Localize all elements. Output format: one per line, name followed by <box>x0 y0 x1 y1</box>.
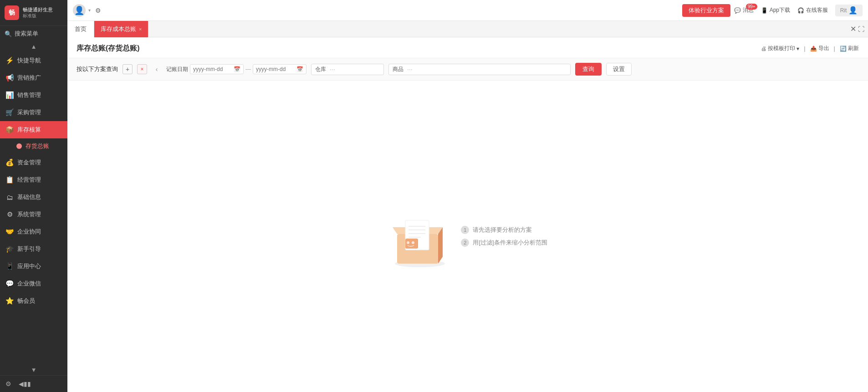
sidebar-item-label: 新手引导 <box>17 245 41 253</box>
product-label: 商品 <box>393 66 403 73</box>
product-more-icon[interactable]: ··· <box>407 66 413 73</box>
tab-close-icon[interactable]: × <box>139 26 142 32</box>
export-button[interactable]: 📤 导出 <box>810 45 829 52</box>
query-button[interactable]: 查询 <box>575 63 602 76</box>
filter-collapse-button[interactable]: × <box>137 64 147 74</box>
sidebar-scroll-up[interactable]: ▲ <box>31 42 36 51</box>
empty-tips: 1 请先选择要分析的方案 2 用[过滤]条件来缩小分析范围 <box>461 226 547 247</box>
filter-bar: 按以下方案查询 + × ‹ 记账日期 📅 — 📅 <box>67 58 868 81</box>
sidebar-item-label: 营销推广 <box>17 74 41 82</box>
sidebar-item-app-center[interactable]: 📱 应用中心 <box>0 258 67 275</box>
settings-button[interactable]: 设置 <box>606 63 632 76</box>
tabbar-expand-button[interactable]: ⛶ <box>858 25 864 33</box>
sidebar-item-cooperation[interactable]: 🤝 企业协同 <box>0 223 67 240</box>
tip-text-1: 请先选择要分析的方案 <box>473 226 532 234</box>
online-service-label: 在线客服 <box>806 6 828 14</box>
sidebar-item-purchase[interactable]: 🛒 采购管理 <box>0 104 67 121</box>
membership-icon: ⭐ <box>5 297 14 305</box>
sidebar-item-label: 销售管理 <box>17 91 41 99</box>
topbar-user-area: 👤 ▾ ⚙ <box>73 4 679 17</box>
purchase-icon: 🛒 <box>5 108 14 117</box>
warehouse-selector[interactable]: 仓库 ··· <box>311 64 384 75</box>
app-download-label: App下载 <box>770 6 790 14</box>
export-icon: 📤 <box>810 46 817 52</box>
sidebar-search[interactable]: 🔍 搜索菜单 <box>0 26 67 41</box>
sidebar-scroll-down[interactable]: ▼ <box>31 366 36 374</box>
warehouse-more-icon[interactable]: ··· <box>330 66 335 73</box>
sidebar-search-label: 搜索菜单 <box>15 30 38 38</box>
marketing-icon: 📢 <box>5 74 14 82</box>
sub-item-dot-icon <box>16 143 22 149</box>
main-area: 👤 ▾ ⚙ 体验行业方案 💬 消息 99+ 📱 App下载 🎧 在线客服 <box>67 0 868 392</box>
sidebar-item-label: 基础信息 <box>17 193 41 201</box>
cooperation-icon: 🤝 <box>5 228 14 236</box>
date-start-input[interactable] <box>193 66 232 72</box>
print-dropdown-icon[interactable]: ▾ <box>797 46 799 52</box>
sidebar-item-sales[interactable]: 📊 销售管理 <box>0 87 67 104</box>
topbar-gear-icon[interactable]: ⚙ <box>95 7 101 14</box>
empty-svg <box>388 209 452 268</box>
sidebar-sub-item-label: 存货总账 <box>26 142 49 150</box>
tab-home[interactable]: 首页 <box>67 21 94 37</box>
tabbar-close-button[interactable]: ✕ <box>850 25 856 33</box>
topbar-right-user[interactable]: Rit 👤 <box>835 5 863 16</box>
message-icon: 💬 <box>734 7 741 14</box>
user-dropdown-chevron[interactable]: ▾ <box>88 8 91 13</box>
tabbar-right: ✕ ⛶ <box>850 25 868 33</box>
app-logo-icon: 畅 <box>5 5 19 20</box>
date-separator: — <box>245 66 251 72</box>
sidebar-sub-item-ledger[interactable]: 存货总账 <box>0 138 67 154</box>
sidebar-item-finance[interactable]: 💰 资金管理 <box>0 154 67 171</box>
page-header: 库存总账(存货总账) 🖨 按模板打印 ▾ | 📤 导出 | 🔄 刷新 <box>67 37 868 58</box>
page-header-actions: 🖨 按模板打印 ▾ | 📤 导出 | 🔄 刷新 <box>761 45 859 52</box>
sidebar-item-system[interactable]: ⚙ 系统管理 <box>0 206 67 223</box>
sidebar-item-operations[interactable]: 📋 经营管理 <box>0 171 67 188</box>
filter-arrow-button[interactable]: ‹ <box>152 64 162 74</box>
topbar: 👤 ▾ ⚙ 体验行业方案 💬 消息 99+ 📱 App下载 🎧 在线客服 <box>67 0 868 21</box>
product-selector[interactable]: 商品 ··· <box>388 64 571 75</box>
sales-icon: 📊 <box>5 91 14 99</box>
tab-active-label: 库存成本总账 <box>101 25 136 33</box>
quick-nav-icon: ⚡ <box>5 56 14 65</box>
calendar-start-icon[interactable]: 📅 <box>234 66 240 72</box>
sidebar-item-quick-nav[interactable]: ⚡ 快捷导航 <box>0 52 67 69</box>
tip-text-2: 用[过滤]条件来缩小分析范围 <box>473 239 547 247</box>
enterprise-wechat-icon: 💬 <box>5 280 14 288</box>
refresh-button[interactable]: 🔄 刷新 <box>840 45 859 52</box>
sidebar-item-label: 企业微信 <box>17 280 41 288</box>
date-end-input[interactable] <box>256 66 295 72</box>
finance-icon: 💰 <box>5 158 14 167</box>
sidebar-item-enterprise-wechat[interactable]: 💬 企业微信 <box>0 275 67 292</box>
filter-add-button[interactable]: + <box>123 64 133 74</box>
topbar-messages[interactable]: 💬 消息 99+ <box>734 6 754 14</box>
industry-solution-button[interactable]: 体验行业方案 <box>682 4 730 17</box>
sidebar-nav: ⚡ 快捷导航 📢 营销推广 📊 销售管理 🛒 采购管理 📦 库存核算 存货总账 <box>0 52 67 365</box>
sidebar-item-inventory[interactable]: 📦 库存核算 <box>0 121 67 138</box>
calendar-end-icon[interactable]: 📅 <box>296 66 303 72</box>
topbar-app-download[interactable]: 📱 App下载 <box>761 6 790 14</box>
system-icon: ⚙ <box>5 210 14 219</box>
sidebar-item-new-guide[interactable]: 🎓 新手引导 <box>0 240 67 258</box>
warehouse-label: 仓库 <box>315 66 326 73</box>
collapse-icon: × <box>140 66 143 72</box>
sidebar-settings-icon[interactable]: ⚙ <box>5 380 11 387</box>
topbar-online-service[interactable]: 🎧 在线客服 <box>797 6 828 14</box>
refresh-icon: 🔄 <box>840 46 847 52</box>
arrow-left-icon: ‹ <box>156 66 158 73</box>
tip-number-1: 1 <box>461 226 469 234</box>
sidebar-item-label: 畅会员 <box>17 297 35 305</box>
sidebar-item-label: 系统管理 <box>17 210 41 219</box>
sidebar-item-membership[interactable]: ⭐ 畅会员 <box>0 292 67 310</box>
print-button[interactable]: 🖨 按模板打印 ▾ <box>761 45 799 52</box>
tab-inventory-cost-ledger[interactable]: 库存成本总账 × <box>94 21 148 37</box>
sidebar-item-label: 应用中心 <box>17 262 41 270</box>
sidebar-item-basic-info[interactable]: 🗂 基础信息 <box>0 188 67 206</box>
tip-number-2: 2 <box>461 239 469 247</box>
app-name-block: 畅捷通好生意 标准版 <box>23 6 53 19</box>
sidebar-logo: 畅 畅捷通好生意 标准版 <box>0 0 67 26</box>
sidebar-item-marketing[interactable]: 📢 营销推广 <box>0 69 67 87</box>
new-guide-icon: 🎓 <box>5 245 14 253</box>
filter-label: 按以下方案查询 <box>77 65 118 73</box>
svg-point-11 <box>412 241 414 244</box>
sidebar-audio-icon[interactable]: ◀▮▮ <box>19 380 31 387</box>
